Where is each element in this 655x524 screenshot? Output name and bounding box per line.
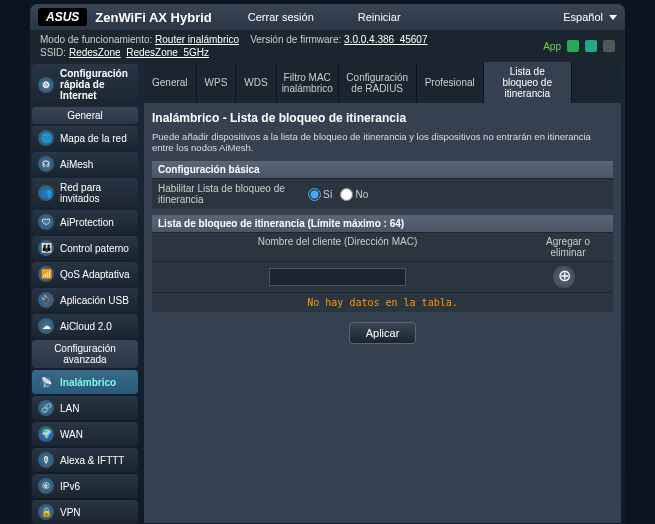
wifi-icon: 📡 — [38, 374, 54, 390]
status-icon-1[interactable] — [567, 40, 579, 52]
map-icon: 🌐 — [38, 130, 54, 146]
column-client-name: Nombre del cliente (Dirección MAC) — [152, 233, 523, 261]
tabs: General WPS WDS Filtro MAC inalámbrico C… — [144, 62, 621, 103]
app-label[interactable]: App — [543, 41, 561, 52]
quick-label: Configuración rápida de Internet — [60, 68, 132, 101]
nav-label: Aplicación USB — [60, 295, 129, 306]
general-section-title: General — [32, 107, 138, 124]
voice-icon: 🎙 — [38, 452, 54, 468]
tab-wps[interactable]: WPS — [197, 62, 237, 103]
sidebar-item-aiprotection[interactable]: 🛡AiProtection — [32, 210, 138, 234]
panel-description: Puede añadir dispositivos a la lista de … — [152, 131, 613, 153]
gauge-icon: 📶 — [38, 266, 54, 282]
tab-professional[interactable]: Profesional — [417, 62, 484, 103]
main-panel: General WPS WDS Filtro MAC inalámbrico C… — [140, 62, 625, 524]
add-button[interactable]: ⊕ — [553, 266, 575, 288]
nav-label: IPv6 — [60, 481, 80, 492]
sidebar-item-network-map[interactable]: 🌐Mapa de la red — [32, 126, 138, 150]
nav-label: Alexa & IFTTT — [60, 455, 124, 466]
radio-yes[interactable]: Sí — [308, 188, 332, 201]
lock-icon: 🔒 — [38, 504, 54, 520]
product-name: ZenWiFi AX Hybrid — [95, 10, 211, 25]
ssid-label: SSID: — [40, 47, 66, 58]
brand-logo: ASUS — [38, 8, 87, 26]
cloud-icon: ☁ — [38, 318, 54, 334]
quick-setup-button[interactable]: ⚙ Configuración rápida de Internet — [32, 64, 138, 105]
language-label: Español — [563, 11, 603, 23]
column-action: Agregar o eliminar — [523, 233, 613, 261]
nav-label: Inalámbrico — [60, 377, 116, 388]
tab-mac-filter[interactable]: Filtro MAC inalámbrico — [277, 62, 339, 103]
no-data-message: No hay datos en la tabla. — [152, 292, 613, 312]
mesh-icon: ☊ — [38, 156, 54, 172]
nav-label: VPN — [60, 507, 81, 518]
gear-icon: ⚙ — [38, 77, 54, 93]
mac-address-input[interactable] — [269, 268, 406, 286]
mode-label: Modo de funcionamiento: — [40, 34, 152, 45]
status-icon-2[interactable] — [585, 40, 597, 52]
ssid1-link[interactable]: RedesZone — [69, 47, 121, 58]
tab-roaming-block[interactable]: Lista de bloqueo de itinerancia — [484, 62, 572, 103]
globe-icon: 🌍 — [38, 426, 54, 442]
enable-label: Habilitar Lista de bloqueo de itineranci… — [158, 183, 308, 205]
tab-radius[interactable]: Configuración de RADIUS — [339, 62, 417, 103]
apply-button[interactable]: Aplicar — [349, 322, 417, 344]
nav-label: AiMesh — [60, 159, 93, 170]
sidebar-item-lan[interactable]: 🔗LAN — [32, 396, 138, 420]
status-icon-3[interactable] — [603, 40, 615, 52]
advanced-section-title: Configuración avanzada — [32, 340, 138, 368]
sidebar-item-guest[interactable]: 👥Red para invitados — [32, 178, 138, 208]
top-bar: ASUS ZenWiFi AX Hybrid Cerrar sesión Rei… — [30, 4, 625, 30]
nav-label: WAN — [60, 429, 83, 440]
radio-yes-input[interactable] — [308, 188, 321, 201]
guest-icon: 👥 — [38, 185, 54, 201]
sidebar-item-alexa[interactable]: 🎙Alexa & IFTTT — [32, 448, 138, 472]
sidebar-item-wireless[interactable]: 📡Inalámbrico — [32, 370, 138, 394]
lan-icon: 🔗 — [38, 400, 54, 416]
usb-icon: 🔌 — [38, 292, 54, 308]
shield-icon: 🛡 — [38, 214, 54, 230]
sidebar-item-vpn[interactable]: 🔒VPN — [32, 500, 138, 524]
nav-label: Control paterno — [60, 243, 129, 254]
ssid2-link[interactable]: RedesZone_5GHz — [126, 47, 209, 58]
mode-link[interactable]: Router inalámbrico — [155, 34, 239, 45]
tab-wds[interactable]: WDS — [236, 62, 276, 103]
sidebar-item-aimesh[interactable]: ☊AiMesh — [32, 152, 138, 176]
basic-config-header: Configuración básica — [152, 161, 613, 178]
fw-label: Versión de firmware: — [250, 34, 341, 45]
fw-link[interactable]: 3.0.0.4.386_45607 — [344, 34, 427, 45]
language-selector[interactable]: Español — [563, 11, 617, 23]
nav-label: LAN — [60, 403, 79, 414]
sidebar-item-usb[interactable]: 🔌Aplicación USB — [32, 288, 138, 312]
radio-no[interactable]: No — [340, 188, 368, 201]
radio-no-input[interactable] — [340, 188, 353, 201]
sidebar-item-ipv6[interactable]: ⑥IPv6 — [32, 474, 138, 498]
sidebar: ⚙ Configuración rápida de Internet Gener… — [30, 62, 140, 524]
chevron-down-icon — [609, 15, 617, 20]
nav-label: Red para invitados — [60, 182, 132, 204]
nav-label: AiCloud 2.0 — [60, 321, 112, 332]
reboot-button[interactable]: Reiniciar — [350, 7, 409, 27]
radio-no-label: No — [355, 189, 368, 200]
panel-title: Inalámbrico - Lista de bloqueo de itiner… — [152, 111, 613, 125]
nav-label: Mapa de la red — [60, 133, 127, 144]
sidebar-item-aicloud[interactable]: ☁AiCloud 2.0 — [32, 314, 138, 338]
radio-yes-label: Sí — [323, 189, 332, 200]
logout-button[interactable]: Cerrar sesión — [240, 7, 322, 27]
sidebar-item-wan[interactable]: 🌍WAN — [32, 422, 138, 446]
info-bar: Modo de funcionamiento: Router inalámbri… — [30, 30, 625, 62]
ipv6-icon: ⑥ — [38, 478, 54, 494]
tab-general[interactable]: General — [144, 62, 197, 103]
list-header: Lista de bloqueo de itinerancia (Límite … — [152, 215, 613, 232]
sidebar-item-parental[interactable]: 👪Control paterno — [32, 236, 138, 260]
nav-label: AiProtection — [60, 217, 114, 228]
sidebar-item-qos[interactable]: 📶QoS Adaptativa — [32, 262, 138, 286]
nav-label: QoS Adaptativa — [60, 269, 130, 280]
family-icon: 👪 — [38, 240, 54, 256]
